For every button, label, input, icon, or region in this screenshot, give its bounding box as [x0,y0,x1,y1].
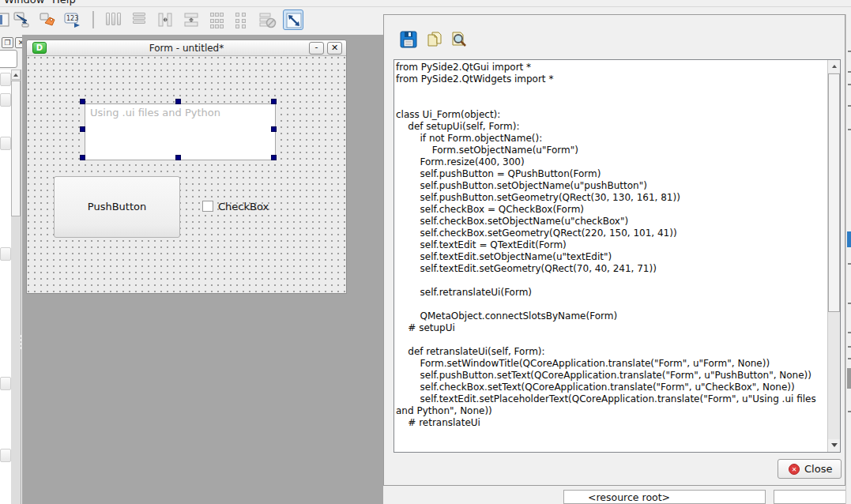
scroll-up-icon[interactable] [11,70,21,80]
widget-category-row[interactable] [0,247,11,261]
save-icon[interactable] [399,30,418,49]
property-editor-sliver [845,14,851,504]
break-layout-icon[interactable] [257,9,277,30]
checkbox-label: CheckBox [218,201,269,213]
find-icon[interactable] [450,30,469,49]
widget-filter-input[interactable] [0,50,17,68]
generated-python-code[interactable]: from PySide2.QtGui import * from PySide2… [396,62,826,429]
form-window-titlebar[interactable]: D Form - untitled* - ✕ [27,40,346,56]
form-window: D Form - untitled* - ✕ Using .ui files a… [26,39,347,294]
selection-handle[interactable] [80,155,85,160]
qt-designer-screen: Window Help 123 [0,0,851,504]
layout-horizontal-splitter-icon[interactable] [155,9,175,30]
scroll-up-icon[interactable] [828,60,840,73]
layout-form-icon[interactable] [232,9,253,30]
selection-handle[interactable] [271,99,277,104]
widget-category-row[interactable] [0,137,11,150]
layout-horizontally-icon[interactable] [103,9,123,30]
widget-category-row[interactable] [0,73,11,86]
form-window-title: Form - untitled* [27,43,346,54]
code-preview-dialog: from PySide2.QtGui import * from PySide2… [383,14,845,486]
selection-handle[interactable] [175,155,181,160]
svg-text:123: 123 [66,15,78,22]
edit-buddies-icon[interactable] [37,9,58,30]
adjust-size-icon[interactable] [283,9,303,30]
layout-grid-icon[interactable] [207,9,228,30]
layout-vertically-icon[interactable] [129,9,149,30]
qtextedit-widget[interactable]: Using .ui files and Python [85,103,276,160]
property-scrollbar-fragment [847,368,851,389]
close-button[interactable]: ✕ Close [778,459,842,479]
selection-handle[interactable] [271,126,277,132]
minimize-icon[interactable]: - [309,42,324,55]
code-scrollbar[interactable] [827,60,840,452]
property-selected-row [847,231,851,247]
dock-splitter-handle[interactable] [20,334,22,351]
selection-handle[interactable] [80,126,85,132]
toolbar-separator [92,11,94,28]
widget-box-list [0,70,21,504]
edit-widgets-icon[interactable] [0,9,11,30]
widget-category-row[interactable] [0,377,11,390]
edit-tab-order-icon[interactable]: 123 [62,9,83,30]
resource-browser-panel: <resource root> [563,490,766,504]
form-canvas[interactable]: Using .ui files and Python PushButton Ch… [28,56,345,293]
selection-handle[interactable] [80,99,85,104]
scrollbar-thumb[interactable] [11,81,21,216]
resource-root-item[interactable]: <resource root> [588,491,670,503]
selection-handle[interactable] [271,155,277,160]
bottom-right-panel [774,490,851,504]
scrollbar-thumb[interactable] [828,73,840,312]
close-red-icon: ✕ [789,464,800,475]
menu-bar: Window Help [0,0,851,7]
widget-category-row[interactable] [0,93,11,107]
copy-icon[interactable] [425,30,444,49]
dock-float-icon[interactable]: ❐ [2,37,13,48]
widget-category-row[interactable] [0,449,11,462]
menu-window[interactable]: Window [4,0,44,6]
widget-box-scrollbar[interactable] [11,70,21,504]
qpushbutton-widget[interactable]: PushButton [54,176,180,238]
close-button-label: Close [804,463,832,475]
checkbox-indicator-icon[interactable] [202,201,213,212]
layout-vertical-splitter-icon[interactable] [181,9,201,30]
scroll-down-icon[interactable] [828,439,840,452]
edit-signals-slots-icon[interactable] [11,9,32,30]
code-view[interactable]: from PySide2.QtGui import * from PySide2… [393,59,841,453]
selection-handle[interactable] [175,99,181,104]
close-icon[interactable]: ✕ [327,42,342,55]
widget-box-dock: ❐ ✕ [0,35,22,504]
menu-help[interactable]: Help [52,0,76,6]
